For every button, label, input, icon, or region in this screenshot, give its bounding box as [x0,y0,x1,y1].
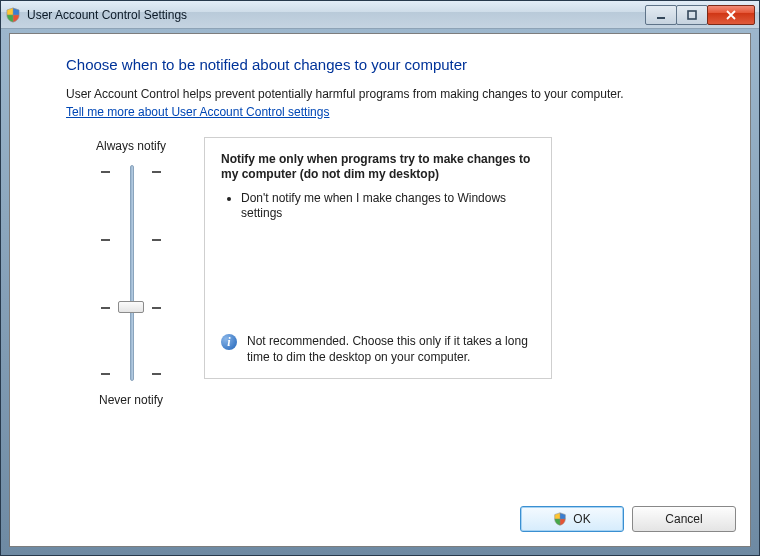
window-frame: User Account Control Settings Choose whe… [0,0,760,556]
dialog-footer: OK Cancel [10,495,750,546]
content-area: Choose when to be notified about changes… [10,34,750,495]
ok-button-label: OK [573,512,590,526]
uac-shield-icon [5,7,21,23]
ok-button[interactable]: OK [520,506,624,532]
info-icon: i [221,334,237,350]
slider-track [130,165,134,381]
slider-tick [101,239,161,241]
level-description-title: Notify me only when programs try to make… [221,152,535,183]
maximize-button[interactable] [676,5,708,25]
minimize-button[interactable] [645,5,677,25]
level-description-bullets: Don't notify me when I make changes to W… [227,191,535,228]
svg-rect-0 [657,17,665,19]
close-button[interactable] [707,5,755,25]
window-controls [646,5,755,25]
slider-thumb[interactable] [118,301,144,313]
slider-tick [101,171,161,173]
cancel-button-label: Cancel [665,512,702,526]
window-client-area: Choose when to be notified about changes… [9,33,751,547]
slider-column: Always notify Never notify [66,137,196,411]
slider-top-label: Always notify [66,139,196,153]
page-heading: Choose when to be notified about changes… [66,56,694,73]
slider-tick [101,373,161,375]
svg-rect-1 [688,11,696,19]
window-title: User Account Control Settings [27,8,187,22]
slider-bottom-label: Never notify [66,393,196,407]
page-intro-text: User Account Control helps prevent poten… [66,87,694,103]
cancel-button[interactable]: Cancel [632,506,736,532]
body-row: Always notify Never notify Notify me onl… [66,137,694,411]
titlebar[interactable]: User Account Control Settings [1,1,759,29]
level-description-panel: Notify me only when programs try to make… [204,137,552,379]
help-link[interactable]: Tell me more about User Account Control … [66,105,329,119]
uac-level-slider[interactable] [101,161,161,385]
level-recommendation-text: Not recommended. Choose this only if it … [247,334,535,365]
level-description-bullet: Don't notify me when I make changes to W… [241,191,535,222]
level-recommendation: i Not recommended. Choose this only if i… [221,334,535,365]
uac-shield-icon [553,512,567,526]
